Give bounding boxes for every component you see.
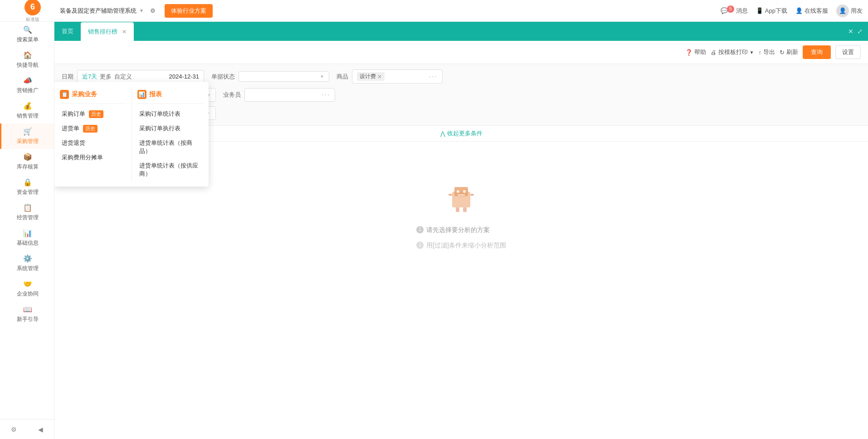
- receipt-stat-supplier-item[interactable]: 进货单统计表（按供应商）: [137, 158, 204, 181]
- sidebar-item-basic[interactable]: 📊 基础信息: [0, 225, 54, 251]
- user-menu-btn[interactable]: 👤 用友: [836, 5, 863, 17]
- main-area: 首页 销售排行榜 ✕ ✕ ⤢ ❓ 帮助 🖨 按模板打印 ▼ ↑ 导出: [54, 22, 868, 439]
- home-icon: 🏠: [23, 51, 32, 59]
- system-selector[interactable]: 装备及固定资产辅助管理系统 ▼: [60, 7, 144, 15]
- receipt-item[interactable]: 进货单 历史: [60, 121, 126, 136]
- tab-expand-icon[interactable]: ⤢: [857, 28, 863, 35]
- svg-point-2: [457, 190, 459, 193]
- receipt-stat-goods-item[interactable]: 进货单统计表（按商品）: [137, 136, 204, 158]
- refresh-btn[interactable]: ↻ 刷新: [780, 48, 798, 56]
- goods-more-icon[interactable]: ···: [429, 73, 438, 81]
- sidebar-item-sales[interactable]: 💰 销售管理: [0, 98, 54, 123]
- sidebar-label-quick: 快捷导航: [17, 61, 39, 69]
- guide-icon: 📖: [23, 305, 32, 314]
- logo-icon: 6: [24, 0, 41, 15]
- sidebar-item-operations[interactable]: 📋 经营管理: [0, 200, 54, 225]
- sidebar-item-guide[interactable]: 📖 新手引导: [0, 301, 54, 327]
- collab-icon: 🤝: [23, 280, 32, 288]
- sidebar-item-search[interactable]: 🔍 搜索菜单: [0, 22, 54, 47]
- status-arrow-icon: ▼: [320, 74, 324, 79]
- settings-button[interactable]: 设置: [835, 45, 861, 59]
- online-service-btn[interactable]: 👤 在线客服: [795, 7, 828, 15]
- sidebar-item-inventory[interactable]: 📦 库存核算: [0, 149, 54, 174]
- salesman-more-icon[interactable]: ···: [322, 91, 330, 99]
- status-input[interactable]: ▼: [239, 71, 329, 82]
- receipt-label: 进货单: [62, 124, 79, 133]
- filter-date: 日期 近7天 更多 自定义 2024-12-31: [62, 70, 204, 84]
- gear-icon[interactable]: ⚙: [146, 5, 159, 17]
- message-btn[interactable]: 💬 5 消息: [721, 7, 748, 15]
- svg-point-3: [463, 190, 466, 193]
- date-preset-custom[interactable]: 自定义: [114, 73, 132, 81]
- collapse-label: 收起更多条件: [447, 129, 483, 138]
- sidebar-item-quick[interactable]: 🏠 快捷导航: [0, 47, 54, 73]
- tabbar: 首页 销售排行榜 ✕ ✕ ⤢: [54, 22, 868, 41]
- svg-rect-4: [458, 194, 465, 196]
- svg-rect-7: [456, 207, 459, 212]
- salesman-input[interactable]: ···: [244, 88, 335, 102]
- sidebar-item-marketing[interactable]: 📣 营销推广: [0, 73, 54, 98]
- purchase-order-item[interactable]: 采购订单 历史: [60, 107, 126, 121]
- query-button[interactable]: 查询: [803, 45, 831, 59]
- goods-tag-remove[interactable]: ✕: [377, 74, 382, 80]
- print-btn[interactable]: 🖨 按模板打印 ▼: [711, 48, 754, 56]
- po-exec-label: 采购订单执行表: [139, 124, 180, 133]
- expense-item[interactable]: 采购费用分摊单: [60, 150, 126, 165]
- filter-goods: 商品 设计费 ✕ ···: [336, 69, 443, 84]
- return-item[interactable]: 进货退货: [60, 136, 126, 150]
- system-name: 装备及固定资产辅助管理系统: [60, 7, 137, 15]
- dropdown-cols: 📋 采购业务 采购订单 历史 进货单 历史 进货退货: [54, 87, 209, 181]
- tab-sales-rank-label: 销售排行榜: [88, 28, 117, 36]
- industry-button[interactable]: 体验行业方案: [165, 4, 213, 18]
- app-label: App下载: [765, 7, 787, 15]
- po-stat-item[interactable]: 采购订单统计表: [137, 107, 204, 121]
- search-icon: 🔍: [23, 25, 32, 34]
- purchase-report-col: 📊 报表 采购订单统计表 采购订单执行表 进货单统计表（按商品） 进货单统计表（…: [132, 87, 209, 181]
- export-btn[interactable]: ↑ 导出: [759, 48, 775, 56]
- goods-input[interactable]: 设计费 ✕ ···: [352, 69, 443, 84]
- purchase-order-history-badge: 历史: [89, 110, 103, 118]
- tab-close-all-icon[interactable]: ✕: [848, 28, 853, 35]
- report-header-label: 报表: [149, 90, 162, 99]
- empty-hint-2: 用[过滤]条件来缩小分析范围: [426, 239, 506, 252]
- date-preset-more[interactable]: 更多: [97, 73, 114, 81]
- sidebar-item-purchase[interactable]: 🛒 采购管理: [0, 123, 54, 149]
- sales-icon: 💰: [23, 102, 32, 110]
- topbar-right: 💬 5 消息 📱 App下载 👤 在线客服 👤 用友: [721, 5, 863, 17]
- marketing-icon: 📣: [23, 76, 32, 85]
- goods-label: 商品: [336, 73, 348, 81]
- collapse-button[interactable]: ⋀ 收起更多条件: [440, 129, 483, 138]
- sidebar-item-collab[interactable]: 🤝 企业协同: [0, 276, 54, 301]
- system-arrow-icon: ▼: [139, 8, 144, 13]
- filter-salesman: 业务员 ···: [223, 88, 335, 102]
- print-label: 按模板打印: [718, 48, 748, 56]
- sidebar-settings-btn[interactable]: ⚙: [11, 426, 17, 433]
- app-download-btn[interactable]: 📱 App下载: [756, 7, 787, 15]
- business-header-label: 采购业务: [72, 90, 97, 99]
- sidebar-item-finance[interactable]: 🔒 资金管理: [0, 174, 54, 200]
- tab-close-icon[interactable]: ✕: [122, 29, 127, 35]
- sidebar-label-search: 搜索菜单: [17, 36, 39, 44]
- tab-sales-rank[interactable]: 销售排行榜 ✕: [81, 22, 134, 41]
- purchase-business-header: 📋 采购业务: [60, 87, 126, 104]
- date-input[interactable]: 近7天 更多 自定义 2024-12-31: [77, 70, 204, 84]
- sidebar-label-system: 系统管理: [17, 265, 39, 272]
- return-label: 进货退货: [62, 139, 85, 147]
- refresh-label: 刷新: [786, 48, 798, 56]
- print-arrow-icon: ▼: [750, 50, 754, 55]
- receipt-history-badge: 历史: [83, 125, 98, 133]
- finance-icon: 🔒: [23, 178, 32, 187]
- report-col-icon: 📊: [137, 90, 146, 99]
- sidebar-label-operations: 经营管理: [17, 214, 39, 222]
- help-btn[interactable]: ❓ 帮助: [685, 48, 706, 56]
- inventory-icon: 📦: [23, 153, 32, 161]
- po-exec-item[interactable]: 采购订单执行表: [137, 121, 204, 136]
- service-icon: 👤: [795, 7, 803, 14]
- sidebar-item-system[interactable]: ⚙️ 系统管理: [0, 251, 54, 276]
- content-area: ❓ 帮助 🖨 按模板打印 ▼ ↑ 导出 ↻ 刷新 查询 设置: [54, 41, 868, 439]
- refresh-icon: ↻: [780, 49, 785, 56]
- date-preset-7d[interactable]: 近7天: [82, 73, 97, 81]
- goods-tag-value: 设计费: [360, 73, 376, 80]
- tab-home[interactable]: 首页: [54, 22, 81, 41]
- sidebar-collapse-btn[interactable]: ◀: [38, 426, 43, 433]
